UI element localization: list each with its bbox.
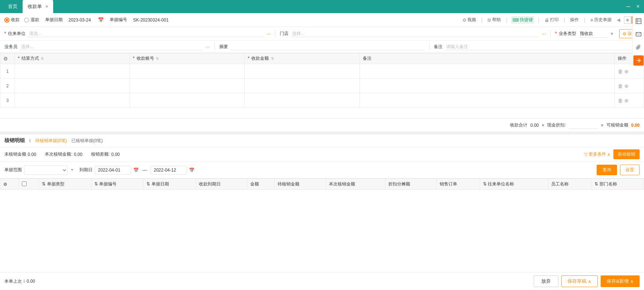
date-from-input[interactable] [95,166,131,175]
date-separator: — [142,168,147,173]
panel-table-icon[interactable] [633,16,644,26]
date-label: 单据日期 [45,17,63,23]
done-tab[interactable]: 已核销单据(0笔) [71,138,103,144]
window-controls: ─ × [625,3,641,10]
counterparty-input[interactable] [28,30,263,37]
hexiao-setting-btn[interactable]: 设置 [620,165,640,175]
row-2-action: 🗑 ⊕ [615,79,644,93]
receipt-radio-dot [4,17,9,23]
row-2-account[interactable] [130,79,245,93]
bottom-col-doc-type: ⇅ 单据类型 [39,179,91,190]
auto-hexiao-btn[interactable]: 自动核销 [613,149,640,159]
refund-radio[interactable]: 退款 [24,17,39,23]
row-1-settlement[interactable] [15,64,130,79]
shortcut-btn[interactable]: ⌨ 快捷键 [511,16,534,24]
pending-tab[interactable]: 待核销单据(0笔) [35,138,67,144]
receipt-radio[interactable]: 收款 [4,17,20,23]
save-draft-btn[interactable]: 保存草稿 ∧ [561,275,598,287]
video-btn[interactable]: ⊙ 视频 [461,16,478,24]
store-more-icon[interactable]: ··· [542,31,546,37]
panel-email-icon[interactable] [633,29,644,39]
summary-input[interactable] [230,43,425,50]
minimize-btn[interactable]: ─ [625,3,632,10]
range-dropdown-icon[interactable] [71,169,74,171]
more-conditions-btn[interactable]: ▽ 更多条件 ∧ [584,151,610,157]
copy-icon-row1[interactable]: ⊕ [624,68,629,74]
delete-icon-row2[interactable]: 🗑 [618,83,623,89]
current-value: 0.00 [74,152,82,157]
salesperson-input[interactable] [20,43,203,50]
copy-icon-row2[interactable]: ⊕ [624,83,629,89]
row-2-settlement[interactable] [15,79,130,93]
col-discount-label: 折扣分摊额 [388,181,410,187]
query-btn[interactable]: 查询 [597,165,617,175]
calendar-from-icon[interactable]: 📅 [133,168,139,173]
bottom-col-amount: 金额 [247,179,274,190]
row-1-amount[interactable] [245,64,360,79]
store-input[interactable] [291,30,539,37]
row-3-remark[interactable] [360,93,615,108]
calendar-icon[interactable]: 📅 [98,17,104,23]
sort-account-icon[interactable]: ⇅ [156,56,159,60]
hexiao-info-icon[interactable]: ℹ [29,138,31,143]
stats-row: 未核销金额 0.00 本次核销金额: 0.00 核销差额: 0.00 ▽ 更多条… [0,147,644,162]
save-draft-label: 保存草稿 [568,278,586,285]
date-to-input[interactable] [150,166,187,175]
tab-home[interactable]: 首页 [3,0,23,13]
abandon-btn[interactable]: 放弃 [534,275,558,287]
table-gear-icon[interactable]: ⚙ [3,56,8,62]
counterparty-more-icon[interactable]: ··· [266,31,271,37]
row-3-account[interactable] [130,93,245,108]
col-amount: * 收款金额 ⇅ [245,53,360,64]
help-btn[interactable]: ⊙ 帮助 [486,16,502,24]
bottom-col-current: 本次核销金额 [326,179,385,190]
business-type-dropdown-icon[interactable]: ▼ [610,31,614,36]
main-container: 收款 退款 单据日期 2023-03-24 📅 单据编号 SK-20230324… [0,13,644,290]
row-2-amount[interactable] [245,79,360,93]
form-row-1: * 往来单位 ··· 门店 ··· * 业务类型 预收款 ▼ [0,27,644,41]
salesperson-more-icon[interactable]: ··· [206,44,210,50]
list-view-btn[interactable]: ≡ [624,16,631,24]
calendar-to-icon[interactable]: 📅 [189,168,195,173]
operate-btn[interactable]: 操作 [569,16,580,24]
close-btn[interactable]: × [635,3,641,10]
copy-icon-row3[interactable]: ⊕ [624,98,629,103]
due-date-label: 到期日 [79,167,93,173]
filter-icon: ▽ [584,152,588,157]
delete-icon-row3[interactable]: 🗑 [618,98,623,103]
sort-amount-icon[interactable]: ⇅ [271,56,274,60]
range-select[interactable] [24,165,68,175]
row-3-action: 🗑 ⊕ [615,93,644,108]
col-settlement: * 结算方式 ⇅ [15,53,130,64]
remark-input[interactable] [445,43,640,50]
panel-expand-icon[interactable] [633,55,644,66]
expand-icon [636,58,641,63]
delete-icon-row1[interactable]: 🗑 [618,68,623,74]
history-btn[interactable]: ≡ 历史单据 [589,16,613,24]
row-3-amount[interactable] [245,93,360,108]
row-2-remark[interactable] [360,79,615,93]
nav-left-arrow[interactable]: ◀ [617,17,620,23]
row-3-settlement[interactable] [15,93,130,108]
summary-row: 收款合计 0.00 + 现金折扣: = 可核销金额 0.00 [0,118,644,132]
panel-clip-icon[interactable] [633,42,644,52]
col-employee-label: 员工名称 [551,181,569,187]
bottom-col-doc-date: ⇅ 单据日期 [144,179,196,190]
footer-amount: 0.00 [27,279,35,284]
sort-settlement-icon[interactable]: ⇅ [41,56,44,60]
salesperson-field: 业务员 ··· [4,43,210,50]
bottom-gear-icon[interactable]: ⚙ [3,182,7,187]
summary-label: 摘要 [219,44,228,50]
row-1-account[interactable] [130,64,245,79]
tab-close-icon[interactable]: × [46,4,48,9]
save-new-btn[interactable]: 保存&新增 ∧ [601,275,640,287]
discount-input[interactable] [569,122,598,129]
divider-1 [275,30,275,38]
select-all-checkbox[interactable] [22,181,27,186]
print-btn[interactable]: 🖨 打印 [543,16,560,24]
row-1-remark[interactable] [360,64,615,79]
tab-receipt[interactable]: 收款单 × [23,0,53,13]
row-1-action: 🗑 ⊕ [615,64,644,79]
col-remark: 备注 [360,53,615,64]
col-account: * 收款账号 ⇅ [130,53,245,64]
